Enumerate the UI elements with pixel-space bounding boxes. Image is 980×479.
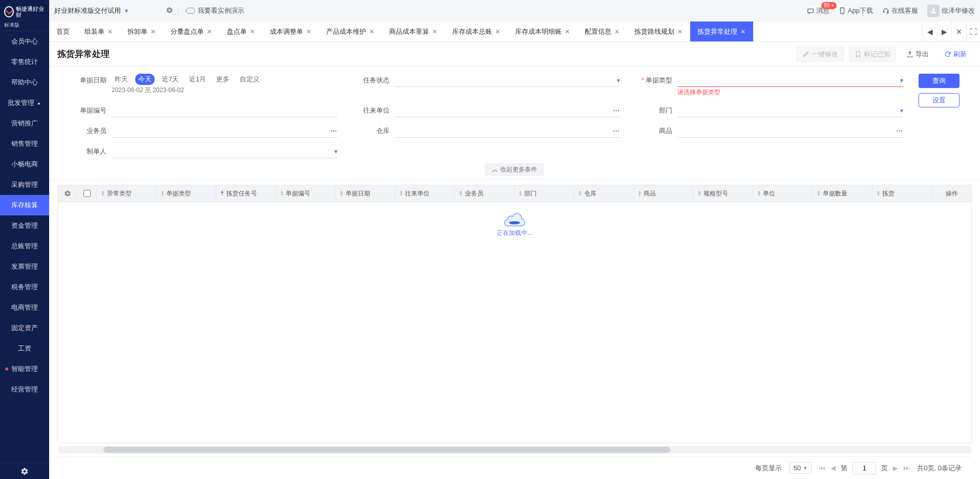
dept-select[interactable]: ▾ xyxy=(677,104,903,117)
tab-8[interactable]: 库存成本总账✕ xyxy=(445,21,508,41)
support[interactable]: 在线客服 xyxy=(882,6,918,15)
horizontal-scrollbar[interactable] xyxy=(57,446,972,453)
sidebar-item-7[interactable]: 采购管理 xyxy=(0,175,49,195)
table-settings[interactable] xyxy=(58,185,77,202)
tab-12[interactable]: 拣货异常处理✕ xyxy=(690,21,753,41)
settings-button[interactable]: 设置 xyxy=(919,93,960,107)
demo-link[interactable]: 我要看实例演示 xyxy=(186,6,244,15)
tab-5[interactable]: 成本调整单✕ xyxy=(263,21,319,41)
column-header-12[interactable]: ▲▼单据数量 xyxy=(813,185,872,202)
sidebar-item-2[interactable]: 帮助中心 xyxy=(0,72,49,93)
sidebar-item-11[interactable]: 发票管理 xyxy=(0,256,49,277)
sidebar-item-9[interactable]: 资金管理 xyxy=(0,215,49,236)
product-lookup[interactable]: ⋯ xyxy=(677,124,903,138)
tab-7[interactable]: 商品成本重算✕ xyxy=(382,21,445,41)
tab-4[interactable]: 盘点单✕ xyxy=(220,21,263,41)
column-header-13[interactable]: ▲▼拣货 xyxy=(872,185,932,202)
sidebar-item-1[interactable]: 零售统计 xyxy=(0,52,49,72)
close-icon[interactable]: ✕ xyxy=(740,28,745,35)
column-header-0[interactable]: ▲▼异常类型 xyxy=(97,185,157,202)
column-header-2[interactable]: ▲▼拣货任务号 xyxy=(216,185,276,202)
tab-11[interactable]: 拣货路线规划✕ xyxy=(627,21,690,41)
column-header-1[interactable]: ▲▼单据类型 xyxy=(157,185,217,202)
tab-3[interactable]: 分量盘点单✕ xyxy=(163,21,220,41)
sidebar-item-17[interactable]: 经营管理 xyxy=(0,379,49,400)
partner-lookup[interactable]: ⋯ xyxy=(395,104,621,117)
column-header-6[interactable]: ▲▼业务员 xyxy=(455,185,515,202)
close-icon[interactable]: ✕ xyxy=(677,28,683,35)
product-settings[interactable] xyxy=(166,7,173,15)
doc-type-select[interactable]: ▾ xyxy=(677,74,903,87)
messages[interactable]: 消息 99 + xyxy=(807,6,829,15)
sidebar-item-12[interactable]: 税务管理 xyxy=(0,277,49,297)
page-prev[interactable]: ◀ xyxy=(830,464,836,472)
close-icon[interactable]: ✕ xyxy=(306,28,311,35)
app-download[interactable]: App下载 xyxy=(839,6,873,15)
scrollbar-thumb[interactable] xyxy=(103,447,670,453)
close-icon[interactable]: ✕ xyxy=(565,28,570,35)
export-button[interactable]: 导出 xyxy=(901,47,934,61)
sidebar-item-13[interactable]: 电商管理 xyxy=(0,297,49,318)
sidebar-item-4[interactable]: 营销推广 xyxy=(0,113,49,134)
page-next[interactable]: ▶ xyxy=(893,464,898,472)
tab-2[interactable]: 拆卸单✕ xyxy=(120,21,163,41)
select-all-checkbox[interactable] xyxy=(83,190,91,197)
page-first[interactable]: ⏮ xyxy=(819,464,825,472)
column-header-7[interactable]: ▲▼部门 xyxy=(515,185,574,202)
date-quick-1[interactable]: 今天 xyxy=(135,74,155,85)
sidebar-settings[interactable] xyxy=(0,463,49,479)
tab-1[interactable]: 组装单✕ xyxy=(77,21,120,41)
page-input[interactable] xyxy=(853,462,876,474)
refresh-button[interactable]: 刷新 xyxy=(939,47,972,61)
date-quick-3[interactable]: 近1月 xyxy=(186,74,209,85)
close-icon[interactable]: ✕ xyxy=(495,28,500,35)
tab-10[interactable]: 配置信息✕ xyxy=(578,21,627,41)
sidebar-item-0[interactable]: 会员中心 xyxy=(0,31,49,52)
page-last[interactable]: ⏭ xyxy=(903,464,910,472)
dot-icon xyxy=(5,367,8,371)
close-icon[interactable]: ✕ xyxy=(614,28,620,35)
column-header-4[interactable]: ▲▼单据日期 xyxy=(335,185,395,202)
date-quick-4[interactable]: 更多 xyxy=(213,74,232,85)
tab-0[interactable]: 首页 xyxy=(49,21,77,41)
maker-select[interactable]: ▾ xyxy=(112,145,337,158)
date-quick-5[interactable]: 自定义 xyxy=(237,74,263,85)
close-icon[interactable]: ✕ xyxy=(432,28,437,35)
collapse-filters-button[interactable]: ︽ 收起更多条件 xyxy=(485,163,544,176)
sidebar-item-14[interactable]: 固定资产 xyxy=(0,318,49,338)
column-header-11[interactable]: ▲▼单位 xyxy=(753,185,813,202)
column-header-5[interactable]: ▲▼往来单位 xyxy=(395,185,455,202)
sales-lookup[interactable]: ⋯ xyxy=(112,124,337,138)
column-header-10[interactable]: ▲▼规格型号 xyxy=(693,185,753,202)
tab-9[interactable]: 库存成本明细账✕ xyxy=(508,21,578,41)
user-menu[interactable]: 徐泽华修改 xyxy=(927,5,975,17)
per-page-select[interactable]: 50 ▾ xyxy=(789,462,812,474)
close-icon[interactable]: ✕ xyxy=(369,28,374,35)
sidebar-item-3[interactable]: 批发管理▲ xyxy=(0,93,49,113)
sidebar-item-16[interactable]: 智能管理 xyxy=(0,359,49,379)
product-selector[interactable]: 好业财标准版交付试用 ▾ xyxy=(54,6,162,15)
close-icon[interactable]: ✕ xyxy=(250,28,255,35)
tabs-fullscreen[interactable]: ⛶ xyxy=(966,21,980,41)
date-quick-0[interactable]: 昨天 xyxy=(112,74,131,85)
column-header-8[interactable]: ▲▼仓库 xyxy=(574,185,634,202)
tab-6[interactable]: 产品成本维护✕ xyxy=(319,21,382,41)
doc-no-input[interactable] xyxy=(112,104,337,117)
sidebar-item-6[interactable]: 小畅电商 xyxy=(0,154,49,175)
warehouse-lookup[interactable]: ⋯ xyxy=(395,124,621,138)
close-icon[interactable]: ✕ xyxy=(108,28,113,35)
column-header-9[interactable]: ▲▼商品 xyxy=(634,185,694,202)
sidebar-item-8[interactable]: 库存核算 xyxy=(0,195,49,215)
sidebar-item-5[interactable]: 销售管理 xyxy=(0,134,49,154)
sidebar-item-15[interactable]: 工资 xyxy=(0,338,49,359)
tabs-next[interactable]: ▶ xyxy=(937,21,951,41)
tabs-prev[interactable]: ◀ xyxy=(923,21,937,41)
sidebar-item-10[interactable]: 总账管理 xyxy=(0,236,49,256)
date-quick-2[interactable]: 近7天 xyxy=(159,74,182,85)
query-button[interactable]: 查询 xyxy=(919,74,960,88)
tabs-close-all[interactable]: ✕ xyxy=(951,21,966,41)
column-header-3[interactable]: ▲▼单据编号 xyxy=(276,185,336,202)
task-status-select[interactable]: ▾ xyxy=(395,74,621,87)
close-icon[interactable]: ✕ xyxy=(207,28,212,35)
close-icon[interactable]: ✕ xyxy=(151,28,156,35)
